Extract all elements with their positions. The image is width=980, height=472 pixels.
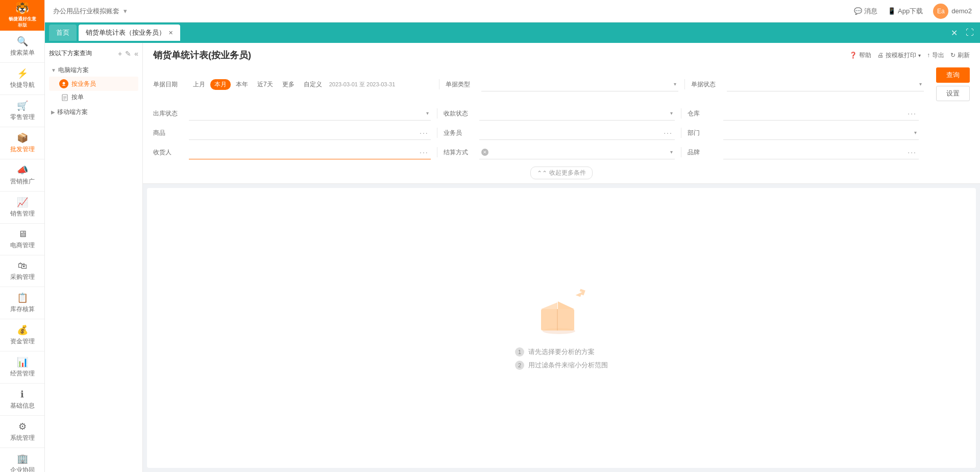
query-btn-area: 查询 设置 xyxy=(930,67,970,101)
consignee-input[interactable]: ··· xyxy=(189,145,431,159)
message-btn[interactable]: 💬 消息 xyxy=(854,7,877,16)
mobile-group-header[interactable]: ▶ 移动端方案 xyxy=(49,106,138,119)
scheme-item-by-salesperson[interactable]: 按业务员 xyxy=(49,77,138,91)
marketing-icon: 📣 xyxy=(0,164,44,176)
export-btn[interactable]: ↑ 导出 xyxy=(927,51,944,60)
desktop-group-header[interactable]: ▼ 电脑端方案 xyxy=(49,64,138,77)
sidebar-label-corp: 企业协同 xyxy=(0,466,44,472)
app-download-btn[interactable]: 📱 App下载 xyxy=(888,7,923,16)
page-header: 销货单统计表(按业务员) ❓ 帮助 🖨 按模板打印 ↑ 导出 xyxy=(143,43,980,184)
help-btn[interactable]: ❓ 帮助 xyxy=(849,51,871,60)
brand-label: 品牌 xyxy=(688,148,723,157)
sidebar-item-stock[interactable]: 📋 库存核算 xyxy=(0,287,44,319)
sidebar-item-base[interactable]: ℹ 基础信息 xyxy=(0,384,44,416)
desktop-scheme-group: ▼ 电脑端方案 按业务员 xyxy=(49,64,138,104)
goods-select[interactable]: ··· xyxy=(189,126,431,140)
warehouse-select[interactable]: ··· xyxy=(723,106,919,121)
search-icon: 🔍 xyxy=(0,36,44,47)
export-label: 导出 xyxy=(932,51,944,60)
order-scheme-label: 按单 xyxy=(71,93,84,102)
purchase-icon: 🛍 xyxy=(0,261,44,271)
template-print-btn[interactable]: 🖨 按模板打印 xyxy=(877,51,921,60)
sidebar-item-corp[interactable]: 🏢 企业协同 xyxy=(0,448,44,472)
message-label: 消息 xyxy=(864,7,877,16)
date-tab-thismonth[interactable]: 本月 xyxy=(210,79,231,90)
logo-text: 畅捷通好生意 xyxy=(9,16,36,22)
doc-type-select[interactable]: ▾ xyxy=(481,77,678,91)
date-tab-last7[interactable]: 近7天 xyxy=(253,79,277,90)
add-scheme-icon[interactable]: + xyxy=(118,50,122,58)
sidebar-item-retail[interactable]: 🛒 零售管理 xyxy=(0,95,44,127)
out-status-select[interactable]: ▾ xyxy=(189,106,431,121)
wholesale-icon: 📦 xyxy=(0,132,44,144)
date-tab-lastmonth[interactable]: 上月 xyxy=(189,79,209,90)
sidebar-item-purchase[interactable]: 🛍 采购管理 xyxy=(0,255,44,287)
refresh-btn[interactable]: ↻ 刷新 xyxy=(950,51,970,60)
topbar-left: 办公用品行业模拟账套 ▾ xyxy=(53,7,127,16)
help-label: 帮助 xyxy=(859,51,871,60)
sidebar-item-ecom[interactable]: 🖥 电商管理 xyxy=(0,224,44,255)
user-menu-btn[interactable]: Ea demo2 xyxy=(933,4,972,19)
sys-icon: ⚙ xyxy=(0,421,44,432)
doc-type-label: 单据类型 xyxy=(446,80,481,89)
empty-hint: 1 请先选择要分析的方案 2 用过滤条件来缩小分析范围 xyxy=(515,347,608,370)
sidebar: 🐯 畅捷通好生意 标版 🔍 搜索菜单 ⚡ 快捷导航 🛒 零售管理 📦 批发管理 … xyxy=(0,0,45,472)
date-tab-custom[interactable]: 自定义 xyxy=(300,79,326,90)
sidebar-item-wholesale[interactable]: 📦 批发管理 xyxy=(0,127,44,159)
expand-tab-btn[interactable]: ⛶ xyxy=(964,28,976,38)
sidebar-label-marketing: 营销推广 xyxy=(0,177,44,186)
retail-icon: 🛒 xyxy=(0,100,44,111)
query-button[interactable]: 查询 xyxy=(936,67,970,83)
logo-sub: 标版 xyxy=(18,22,27,29)
salesperson-label: 业务员 xyxy=(444,129,479,137)
sidebar-item-sys[interactable]: ⚙ 系统管理 xyxy=(0,416,44,448)
topbar: 办公用品行业模拟账套 ▾ 💬 消息 📱 App下载 Ea demo2 xyxy=(45,0,980,22)
print-icon: 🖨 xyxy=(877,52,884,59)
sidebar-item-marketing[interactable]: 📣 营销推广 xyxy=(0,159,44,192)
sidebar-label-retail: 零售管理 xyxy=(0,113,44,122)
brand-select[interactable]: ··· xyxy=(723,145,919,159)
close-tab-btn[interactable]: ✕ xyxy=(949,28,960,38)
filter-area: 单据日期 上月 本月 本年 近7天 更多 自定义 2023-03-01 至 20… xyxy=(153,67,970,183)
date-tab-thisyear[interactable]: 本年 xyxy=(232,79,252,90)
settings-button[interactable]: 设置 xyxy=(936,86,970,101)
collapse-panel-icon[interactable]: « xyxy=(134,50,138,58)
salesperson-select[interactable]: ··· xyxy=(479,126,675,140)
dropdown-arrow-icon[interactable]: ▾ xyxy=(124,7,127,15)
dropdown-title: 办公用品行业模拟账套 xyxy=(53,7,119,16)
doc-status-select[interactable]: ▾ xyxy=(727,77,924,91)
sales-stat-tab-label: 销货单统计表（按业务员） xyxy=(86,28,165,37)
panel-header-icons: + ✎ « xyxy=(118,50,138,58)
page-actions: ❓ 帮助 🖨 按模板打印 ↑ 导出 ↻ 刷新 xyxy=(849,51,970,60)
settle-clear-icon[interactable]: ✕ xyxy=(481,149,488,156)
sidebar-item-search[interactable]: 🔍 搜索菜单 xyxy=(0,31,44,63)
hint-text-1: 请先选择要分析的方案 xyxy=(528,347,595,357)
tab-home[interactable]: 首页 xyxy=(49,25,77,41)
date-label: 单据日期 xyxy=(153,80,189,89)
date-range-text: 2023-03-01 至 2023-03-31 xyxy=(329,81,396,88)
settle-select[interactable]: ✕ ▾ xyxy=(479,145,675,159)
settle-label: 结算方式 xyxy=(444,148,479,157)
app-logo[interactable]: 🐯 畅捷通好生意 标版 xyxy=(0,0,45,31)
sidebar-label-purchase: 采购管理 xyxy=(0,273,44,281)
sidebar-item-quicknav[interactable]: ⚡ 快捷导航 xyxy=(0,63,44,95)
doc-status-arrow-icon: ▾ xyxy=(919,81,922,87)
tab-sales-stat[interactable]: 销货单统计表（按业务员） ✕ xyxy=(79,25,180,41)
collapse-button[interactable]: ⌃⌃ 收起更多条件 xyxy=(530,167,593,179)
corp-icon: 🏢 xyxy=(0,453,44,464)
sidebar-item-biz[interactable]: 📊 经营管理 xyxy=(0,351,44,384)
tab-close-icon[interactable]: ✕ xyxy=(168,30,173,36)
scheme-item-by-order[interactable]: 按单 xyxy=(49,91,138,104)
desktop-group-label: 电脑端方案 xyxy=(58,66,89,75)
export-icon: ↑ xyxy=(927,52,930,59)
dept-select[interactable]: ▾ xyxy=(723,126,919,140)
query-buttons: 查询 设置 xyxy=(936,67,970,101)
sidebar-item-sales[interactable]: 📈 销售管理 xyxy=(0,192,44,224)
recv-status-select[interactable]: ▾ xyxy=(479,106,675,121)
sales-icon: 📈 xyxy=(0,197,44,208)
date-tab-more[interactable]: 更多 xyxy=(278,79,299,90)
base-icon: ℹ xyxy=(0,389,44,400)
sidebar-item-finance[interactable]: 💰 资金管理 xyxy=(0,319,44,351)
sidebar-label-sales: 销售管理 xyxy=(0,209,44,218)
edit-scheme-icon[interactable]: ✎ xyxy=(125,50,131,58)
